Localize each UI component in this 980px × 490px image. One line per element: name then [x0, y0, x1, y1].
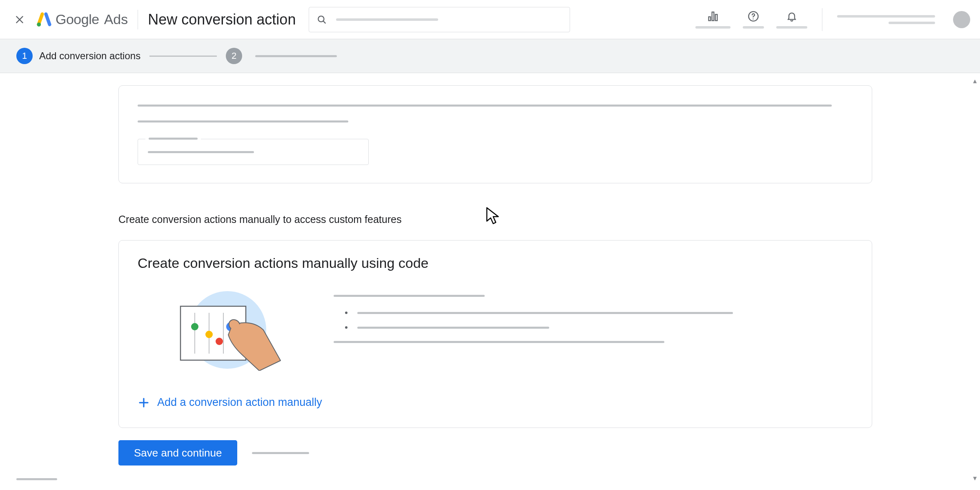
manual-card-description — [334, 289, 853, 343]
placeholder-line — [357, 312, 733, 314]
step-1-label: Add conversion actions — [39, 50, 140, 62]
step-1-badge: 1 — [16, 48, 33, 64]
scroll-down-arrow-icon[interactable]: ▾ — [973, 474, 977, 482]
account-avatar[interactable] — [953, 11, 970, 28]
step-connector — [149, 56, 217, 57]
divider — [822, 8, 822, 31]
help-icon — [748, 11, 759, 22]
svg-rect-6 — [712, 12, 714, 20]
close-button[interactable] — [10, 10, 29, 29]
manual-section-title: Create conversion actions manually to ac… — [118, 214, 980, 225]
manual-illustration — [158, 289, 285, 371]
page-title: New conversion action — [148, 11, 296, 28]
divider — [138, 10, 138, 29]
step-2-label-placeholder — [255, 55, 337, 57]
save-and-continue-button[interactable]: Save and continue — [118, 440, 237, 466]
notifications-button[interactable] — [776, 11, 807, 29]
svg-point-15 — [191, 323, 198, 330]
account-info-placeholder — [837, 15, 935, 24]
main-content: Create conversion actions manually to ac… — [0, 73, 980, 486]
vertical-scrollbar[interactable]: ▴ ▾ — [969, 73, 980, 486]
step-2[interactable]: 2 — [226, 48, 337, 64]
input-value-placeholder — [148, 151, 254, 153]
reports-icon — [707, 11, 719, 22]
add-manual-label: Add a conversion action manually — [157, 396, 322, 409]
svg-line-4 — [323, 21, 325, 23]
step-1[interactable]: 1 Add conversion actions — [16, 48, 140, 64]
step-2-badge: 2 — [226, 48, 242, 64]
bottom-left-placeholder — [16, 478, 57, 480]
url-input[interactable] — [138, 139, 369, 165]
search-icon — [316, 14, 327, 25]
placeholder-line — [357, 327, 549, 329]
plus-icon — [138, 396, 150, 409]
svg-point-16 — [205, 331, 213, 338]
help-button[interactable] — [743, 11, 764, 29]
bell-icon — [786, 11, 797, 22]
google-word: Google — [56, 11, 99, 27]
scroll-up-arrow-icon[interactable]: ▴ — [973, 77, 977, 85]
stepper: 1 Add conversion actions 2 — [0, 39, 980, 73]
secondary-action-placeholder[interactable] — [252, 452, 309, 454]
app-bar: Google Ads New conversion action — [0, 0, 980, 39]
placeholder-line — [334, 341, 664, 343]
add-conversion-manually-link[interactable]: Add a conversion action manually — [138, 396, 853, 409]
close-icon — [14, 14, 25, 25]
footer-actions: Save and continue — [118, 440, 980, 466]
search-placeholder — [336, 18, 438, 21]
svg-point-9 — [753, 18, 753, 19]
auto-detect-card — [118, 85, 872, 183]
svg-rect-7 — [715, 14, 717, 20]
google-ads-logo-icon — [37, 12, 51, 27]
input-floating-label — [145, 138, 201, 140]
placeholder-line — [138, 105, 832, 107]
manual-card: Create conversion actions manually using… — [118, 240, 872, 428]
ads-word: Ads — [104, 11, 128, 27]
manual-card-title: Create conversion actions manually using… — [138, 255, 853, 271]
svg-rect-5 — [709, 17, 711, 20]
product-logo-cluster: Google Ads — [37, 11, 128, 27]
reports-button[interactable] — [695, 11, 731, 29]
placeholder-line — [334, 295, 485, 297]
svg-point-17 — [216, 338, 223, 345]
search-input[interactable] — [309, 7, 570, 32]
appbar-right — [695, 8, 970, 31]
placeholder-line — [138, 120, 348, 122]
svg-point-2 — [37, 22, 41, 27]
